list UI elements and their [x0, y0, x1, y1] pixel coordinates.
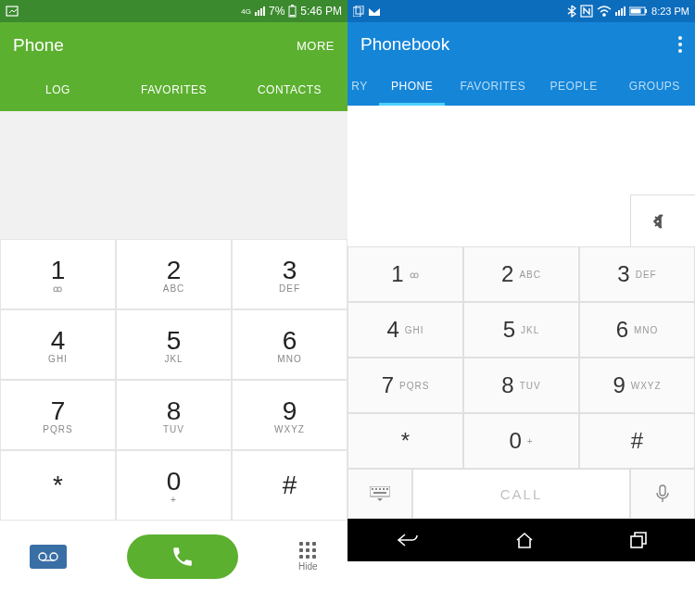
svg-rect-0: [6, 6, 18, 16]
battery-icon: [629, 6, 648, 16]
app-header: Phonebook: [348, 22, 695, 67]
tab-contacts[interactable]: CONTACTS: [232, 69, 348, 111]
app-header: Phone MORE: [0, 22, 348, 69]
status-bar: 8:23 PM: [348, 0, 695, 22]
key-5[interactable]: 5JKL: [116, 309, 232, 380]
key-#[interactable]: #: [579, 413, 695, 469]
key-9[interactable]: 9WXYZ: [579, 358, 695, 413]
voicemail-button[interactable]: [30, 545, 67, 569]
tab-phone[interactable]: PHONE: [372, 67, 452, 106]
tab-log[interactable]: LOG: [0, 69, 116, 111]
key-3[interactable]: 3DEF: [232, 239, 348, 309]
key-7[interactable]: 7PQRS: [0, 380, 116, 450]
signal-icon: [615, 6, 626, 16]
svg-point-4: [39, 553, 46, 560]
more-button[interactable]: MORE: [297, 39, 335, 53]
key-6[interactable]: 6MNO: [232, 309, 348, 380]
tab-groups[interactable]: GROUPS: [614, 67, 695, 106]
overflow-menu-button[interactable]: [678, 36, 682, 53]
key-8[interactable]: 8TUV: [116, 380, 232, 450]
keypad: 1ꝏ2ABC3DEF4GHI5JKL6MNO7PQRS8TUV9WXYZ*0+#: [0, 239, 348, 521]
svg-rect-23: [370, 486, 390, 497]
clock: 5:46 PM: [300, 5, 342, 18]
svg-rect-8: [356, 6, 363, 14]
key-0[interactable]: 0+: [116, 450, 232, 521]
key-*[interactable]: *: [348, 413, 463, 469]
nav-bar: [348, 519, 695, 561]
key-2[interactable]: 2ABC: [463, 246, 579, 302]
tab-favorites[interactable]: FAVORITES: [116, 69, 232, 111]
app-title: Phonebook: [360, 34, 449, 55]
key-2[interactable]: 2ABC: [116, 239, 232, 309]
home-button[interactable]: [515, 532, 534, 548]
svg-rect-28: [386, 488, 388, 490]
svg-rect-26: [379, 488, 381, 490]
key-1[interactable]: 1ꝏ: [0, 239, 116, 309]
svg-rect-7: [353, 7, 360, 17]
svg-point-5: [50, 553, 57, 560]
svg-point-16: [678, 49, 682, 53]
tab-bar: LOG FAVORITES CONTACTS: [0, 69, 348, 111]
call-button[interactable]: CALL: [412, 469, 630, 519]
svg-rect-24: [372, 488, 373, 490]
svg-rect-29: [373, 492, 386, 494]
bluetooth-icon: [567, 5, 576, 18]
voice-input-button[interactable]: [630, 469, 695, 519]
tab-people[interactable]: PEOPLE: [534, 67, 614, 106]
key-7[interactable]: 7PQRS: [348, 358, 463, 413]
key-5[interactable]: 5JKL: [463, 302, 579, 358]
action-bar: CALL: [348, 469, 695, 519]
recents-button[interactable]: [630, 532, 647, 548]
key-#[interactable]: #: [232, 450, 348, 521]
svg-rect-33: [631, 536, 642, 547]
svg-point-10: [603, 14, 605, 16]
svg-rect-12: [645, 9, 647, 13]
key-4[interactable]: 4GHI: [0, 309, 116, 380]
battery-pct: 7%: [269, 5, 284, 18]
key-1[interactable]: 1ꝏ: [348, 246, 463, 302]
hide-keypad-button[interactable]: [348, 469, 412, 519]
tab-favorites[interactable]: FAVORITES: [452, 67, 533, 106]
svg-rect-27: [383, 488, 385, 490]
key-6[interactable]: 6MNO: [579, 302, 695, 358]
key-*[interactable]: *: [0, 450, 116, 521]
key-3[interactable]: 3DEF: [579, 246, 695, 302]
key-8[interactable]: 8TUV: [463, 358, 579, 413]
tab-history-cut[interactable]: RY: [348, 67, 372, 106]
action-bar: Hide: [0, 521, 348, 593]
call-button[interactable]: [127, 534, 238, 579]
signal-icon: [255, 6, 265, 16]
number-display: [348, 106, 695, 246]
notification-icon: [6, 6, 19, 17]
svg-marker-30: [377, 498, 383, 501]
svg-point-14: [678, 36, 682, 40]
battery-icon: [288, 5, 297, 18]
number-display: [0, 111, 348, 239]
svg-rect-25: [375, 488, 377, 490]
nfc-icon: [580, 5, 593, 18]
key-4[interactable]: 4GHI: [348, 302, 463, 358]
svg-rect-3: [290, 15, 295, 17]
svg-point-15: [678, 43, 682, 46]
svg-rect-13: [631, 9, 641, 14]
key-0[interactable]: 0+: [463, 413, 579, 469]
tab-bar: RY PHONE FAVORITES PEOPLE GROUPS: [348, 67, 695, 106]
hide-keypad-button[interactable]: Hide: [298, 542, 318, 572]
app-title: Phone: [13, 35, 64, 56]
svg-rect-2: [291, 5, 294, 6]
htc-phonebook-app: 8:23 PM Phonebook RY PHONE FAVORITES PEO…: [348, 0, 695, 616]
keypad-icon: [299, 542, 316, 559]
backspace-button[interactable]: [630, 195, 695, 246]
key-9[interactable]: 9WXYZ: [232, 380, 348, 450]
hide-label: Hide: [298, 561, 318, 572]
wifi-icon: [597, 6, 612, 17]
network-type: 4G: [241, 7, 251, 16]
samsung-phone-app: 4G 7% 5:46 PM Phone MORE LOG FAVORITES C…: [0, 0, 348, 616]
notification-icons: [353, 6, 381, 17]
keypad: 1ꝏ2ABC3DEF4GHI5JKL6MNO7PQRS8TUV9WXYZ*0+#: [348, 246, 695, 469]
status-bar: 4G 7% 5:46 PM: [0, 0, 348, 22]
clock: 8:23 PM: [651, 6, 689, 17]
back-button[interactable]: [396, 532, 420, 548]
svg-rect-31: [660, 485, 665, 496]
